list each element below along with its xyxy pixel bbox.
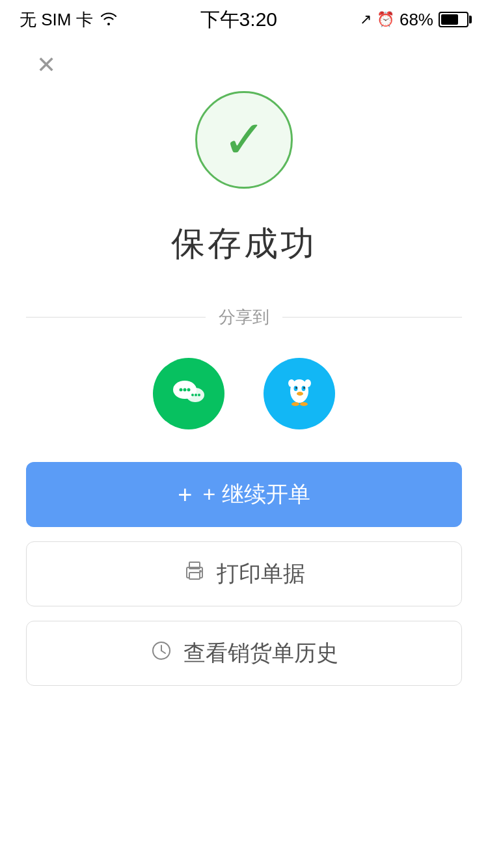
share-label: 分享到 [219, 306, 269, 329]
svg-point-6 [195, 394, 197, 396]
continue-order-button[interactable]: + + 继续开单 [26, 462, 462, 527]
svg-point-2 [179, 388, 182, 391]
carrier-label: 无 SIM 卡 [20, 8, 93, 31]
battery-indicator [439, 12, 468, 27]
close-icon: ✕ [36, 53, 56, 77]
close-button[interactable]: ✕ [30, 49, 62, 81]
history-button[interactable]: 查看销货单历史 [26, 621, 462, 686]
wechat-share-button[interactable] [153, 358, 224, 429]
alarm-icon: ⏰ [377, 11, 394, 28]
success-title: 保存成功 [171, 221, 317, 267]
share-icons-row [26, 358, 462, 429]
svg-rect-20 [189, 573, 200, 579]
battery-percent: 68% [400, 10, 433, 30]
wechat-icon [168, 372, 210, 416]
svg-point-12 [303, 387, 305, 388]
continue-icon: + [178, 481, 192, 509]
qq-icon [278, 372, 321, 416]
svg-point-15 [300, 402, 308, 406]
print-button[interactable]: 打印单据 [26, 541, 462, 606]
divider-left [26, 317, 206, 318]
main-content: ✓ 保存成功 分享到 [0, 39, 488, 686]
action-buttons: + + 继续开单 打印单据 查看销货单历史 [0, 462, 488, 686]
checkmark-icon: ✓ [223, 114, 266, 166]
svg-point-16 [288, 379, 295, 387]
print-label: 打印单据 [217, 559, 305, 589]
continue-label: + 继续开单 [202, 480, 310, 509]
svg-point-3 [183, 388, 186, 391]
history-icon [150, 639, 173, 668]
svg-point-13 [297, 392, 303, 396]
history-label: 查看销货单历史 [183, 638, 338, 668]
print-icon [183, 560, 206, 588]
wifi-icon [100, 10, 118, 30]
success-icon-circle: ✓ [195, 91, 293, 189]
share-divider: 分享到 [26, 306, 462, 329]
share-section: 分享到 [0, 306, 488, 429]
qq-share-button[interactable] [264, 358, 335, 429]
svg-point-11 [295, 387, 297, 388]
svg-point-4 [187, 388, 190, 391]
svg-point-7 [198, 394, 200, 396]
status-bar: 无 SIM 卡 下午3:20 ↗ ⏰ 68% [0, 0, 488, 39]
svg-point-17 [305, 379, 311, 387]
location-icon: ↗ [360, 11, 372, 28]
svg-point-14 [291, 402, 299, 406]
status-left: 无 SIM 卡 [20, 8, 118, 31]
divider-right [282, 317, 462, 318]
svg-point-5 [191, 394, 194, 396]
svg-point-21 [199, 570, 202, 573]
status-right: ↗ ⏰ 68% [360, 10, 468, 30]
time-label: 下午3:20 [200, 7, 277, 33]
svg-line-24 [161, 651, 165, 653]
